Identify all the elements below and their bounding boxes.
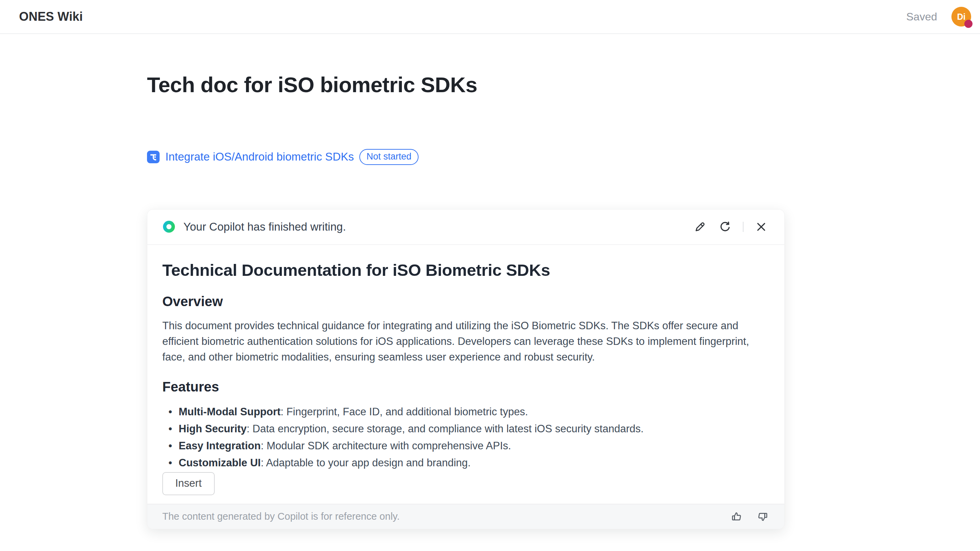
feature-text: : Adaptable to your app design and brand… <box>261 457 471 469</box>
top-bar-right: Saved Di <box>906 7 971 27</box>
copilot-card: Your Copilot has finished writing. <box>147 209 785 529</box>
thumbs-down-button[interactable] <box>756 510 769 524</box>
doc-paragraph-overview: This document provides technical guidanc… <box>162 318 761 365</box>
page-title[interactable]: Tech doc for iSO biometric SDKs <box>147 72 785 98</box>
pencil-icon <box>694 221 706 233</box>
top-bar: ONES Wiki Saved Di <box>0 0 980 34</box>
avatar-status-dot <box>964 20 972 28</box>
feature-label: Customizable UI <box>179 457 261 469</box>
feature-label: Easy Integration <box>179 440 261 452</box>
list-item-clipped: Customizable UI: Adaptable to your app d… <box>179 454 769 469</box>
thumbs-down-icon <box>757 511 768 522</box>
feature-text: : Modular SDK architecture with comprehe… <box>261 440 511 452</box>
doc-title: Technical Documentation for iSO Biometri… <box>162 260 769 279</box>
task-item-icon <box>147 151 159 163</box>
close-icon <box>756 221 767 233</box>
task-link[interactable]: Integrate iOS/Android biometric SDKs <box>165 150 354 163</box>
insert-row: Insert <box>147 469 784 495</box>
edit-button[interactable] <box>692 219 708 234</box>
feature-label: Multi-Modal Support <box>179 406 281 418</box>
copilot-ring-icon <box>163 221 175 233</box>
task-link-row[interactable]: Integrate iOS/Android biometric SDKs Not… <box>147 149 785 165</box>
copilot-disclaimer: The content generated by Copilot is for … <box>162 511 399 522</box>
insert-button[interactable]: Insert <box>162 472 215 495</box>
doc-heading-overview: Overview <box>162 294 769 309</box>
feedback-actions <box>730 510 769 524</box>
feature-text: : Fingerprint, Face ID, and additional b… <box>281 406 528 418</box>
task-status-badge[interactable]: Not started <box>360 149 418 165</box>
thumbs-up-button[interactable] <box>730 510 743 524</box>
avatar[interactable]: Di <box>951 7 971 27</box>
copilot-footer: The content generated by Copilot is for … <box>147 504 784 529</box>
refresh-icon <box>719 221 731 233</box>
copilot-ring-hole <box>166 224 172 229</box>
feature-label: High Security <box>179 423 247 435</box>
header-divider <box>743 222 743 232</box>
copilot-header-actions <box>692 219 769 234</box>
copilot-generated-content: Technical Documentation for iSO Biometri… <box>147 245 784 469</box>
doc-feature-list: Multi-Modal Support: Fingerprint, Face I… <box>162 403 769 469</box>
list-item: Multi-Modal Support: Fingerprint, Face I… <box>179 403 769 421</box>
copilot-header: Your Copilot has finished writing. <box>147 210 784 245</box>
copilot-status-message: Your Copilot has finished writing. <box>183 221 346 233</box>
doc-heading-features: Features <box>162 379 769 395</box>
app-title: ONES Wiki <box>19 10 83 24</box>
thumbs-up-icon <box>731 511 743 522</box>
save-status: Saved <box>906 11 937 23</box>
regenerate-button[interactable] <box>718 219 733 234</box>
list-item: High Security: Data encryption, secure s… <box>179 421 769 437</box>
close-button[interactable] <box>754 219 769 234</box>
list-item: Easy Integration: Modular SDK architectu… <box>179 437 769 454</box>
main-content: Tech doc for iSO biometric SDKs Integrat… <box>147 72 785 529</box>
feature-text: : Data encryption, secure storage, and c… <box>247 423 644 435</box>
